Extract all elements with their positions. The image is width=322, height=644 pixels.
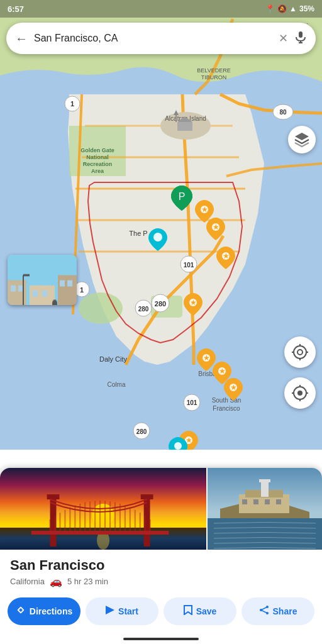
search-bar[interactable]: ← ✕ xyxy=(6,23,316,54)
map-pin-4[interactable]: ★ xyxy=(184,293,203,316)
layer-toggle-button[interactable] xyxy=(288,126,316,153)
svg-text:1: 1 xyxy=(70,100,74,108)
map-pin-7[interactable]: ★ xyxy=(224,378,243,401)
drive-icon: 🚗 xyxy=(50,575,62,587)
bookmark-icon xyxy=(184,605,192,615)
svg-text:Colma: Colma xyxy=(108,381,126,388)
triangle-icon xyxy=(106,606,114,614)
svg-point-60 xyxy=(174,442,182,450)
selected-pin[interactable]: P xyxy=(171,186,192,211)
svg-rect-73 xyxy=(299,31,303,38)
svg-text:★: ★ xyxy=(230,383,237,392)
location-meta: California 🚗 5 hr 23 min xyxy=(10,575,312,587)
location-name: San Francisco xyxy=(10,557,312,574)
back-button[interactable]: ← xyxy=(15,31,28,46)
start-label: Start xyxy=(118,606,138,616)
svg-text:Recreation: Recreation xyxy=(83,161,113,167)
svg-text:1: 1 xyxy=(80,286,84,294)
notifications-icon: 🔕 xyxy=(277,4,287,13)
svg-text:TIBURON: TIBURON xyxy=(201,74,227,80)
map-pin-3[interactable]: ★ xyxy=(216,247,235,269)
wifi-icon: ▲ xyxy=(289,4,297,13)
location-info: San Francisco California 🚗 5 hr 23 min xyxy=(0,550,322,592)
save-label: Save xyxy=(196,606,217,616)
gps-button[interactable] xyxy=(284,377,316,409)
svg-marker-78 xyxy=(106,606,114,614)
svg-text:★: ★ xyxy=(203,353,210,362)
map-pin-location[interactable] xyxy=(169,437,187,450)
mic-icon xyxy=(294,31,307,43)
svg-text:BELVEDERE: BELVEDERE xyxy=(197,67,230,74)
map-pin-blue[interactable] xyxy=(148,228,167,251)
svg-text:★: ★ xyxy=(190,298,197,307)
action-buttons: Directions Start Save xyxy=(0,592,322,635)
golden-gate-photo[interactable] xyxy=(0,468,208,550)
start-button[interactable]: Start xyxy=(86,597,158,625)
svg-text:Francisco: Francisco xyxy=(213,405,240,412)
location-icon: 📍 xyxy=(265,4,275,13)
svg-point-57 xyxy=(153,233,162,242)
svg-point-68 xyxy=(297,391,303,396)
home-indicator xyxy=(123,638,199,640)
svg-text:280: 280 xyxy=(138,306,149,313)
start-icon xyxy=(106,606,114,617)
time-display: 6:57 xyxy=(8,4,24,14)
clear-button[interactable]: ✕ xyxy=(279,31,288,45)
svg-text:280: 280 xyxy=(155,300,166,308)
svg-point-3 xyxy=(79,292,123,324)
save-icon xyxy=(184,605,192,618)
svg-text:National: National xyxy=(86,154,109,160)
directions-button[interactable]: Directions xyxy=(8,597,80,625)
street-view-thumbnail[interactable] xyxy=(8,255,77,305)
svg-text:★: ★ xyxy=(213,223,219,231)
photos-strip[interactable] xyxy=(0,468,322,550)
svg-text:P: P xyxy=(179,191,186,202)
svg-text:101: 101 xyxy=(184,262,194,269)
svg-text:280: 280 xyxy=(136,428,147,435)
directions-label: Directions xyxy=(30,606,72,616)
svg-text:Daly City: Daly City xyxy=(99,355,128,363)
svg-rect-19 xyxy=(177,122,192,131)
svg-text:★: ★ xyxy=(223,252,230,260)
gps-icon xyxy=(292,385,308,401)
drive-time: 5 hr 23 min xyxy=(67,577,108,586)
share-button[interactable]: Share xyxy=(242,597,314,625)
alcatraz-photo[interactable] xyxy=(208,468,322,550)
svg-text:★: ★ xyxy=(219,367,226,375)
svg-text:Area: Area xyxy=(91,168,104,174)
save-button[interactable]: Save xyxy=(164,597,236,625)
share-icon xyxy=(259,606,269,617)
status-bar: 6:57 📍 🔕 ▲ 35% xyxy=(0,0,322,18)
map-area[interactable]: 280 101 1 80 1 280 Alcatraz Island Golde… xyxy=(0,0,322,450)
locate-button[interactable] xyxy=(284,336,316,368)
locate-icon xyxy=(292,344,308,360)
bottom-panel: San Francisco California 🚗 5 hr 23 min D… xyxy=(0,468,322,644)
location-state: California xyxy=(10,577,45,586)
mic-button[interactable] xyxy=(294,31,307,47)
battery-icon: 35% xyxy=(299,4,314,13)
directions-icon xyxy=(16,605,26,618)
layers-icon xyxy=(294,131,310,148)
svg-text:★: ★ xyxy=(201,205,208,214)
svg-point-62 xyxy=(297,350,303,355)
diamond-arrow-icon xyxy=(16,605,26,615)
svg-line-83 xyxy=(261,610,267,613)
svg-text:101: 101 xyxy=(187,399,197,406)
map-svg[interactable]: 280 101 1 80 1 280 Alcatraz Island Golde… xyxy=(0,0,322,450)
map-pin-2[interactable]: ★ xyxy=(206,218,225,240)
svg-point-61 xyxy=(294,346,306,358)
svg-text:The P: The P xyxy=(129,230,147,237)
svg-text:Golden Gate: Golden Gate xyxy=(80,147,114,153)
status-icons: 📍 🔕 ▲ 35% xyxy=(265,4,314,13)
search-input[interactable] xyxy=(34,33,272,44)
svg-text:80: 80 xyxy=(279,109,287,116)
share-label: Share xyxy=(273,606,297,616)
status-time: 6:57 xyxy=(8,4,24,14)
share-arrow-icon xyxy=(259,606,269,614)
svg-line-82 xyxy=(261,607,267,610)
